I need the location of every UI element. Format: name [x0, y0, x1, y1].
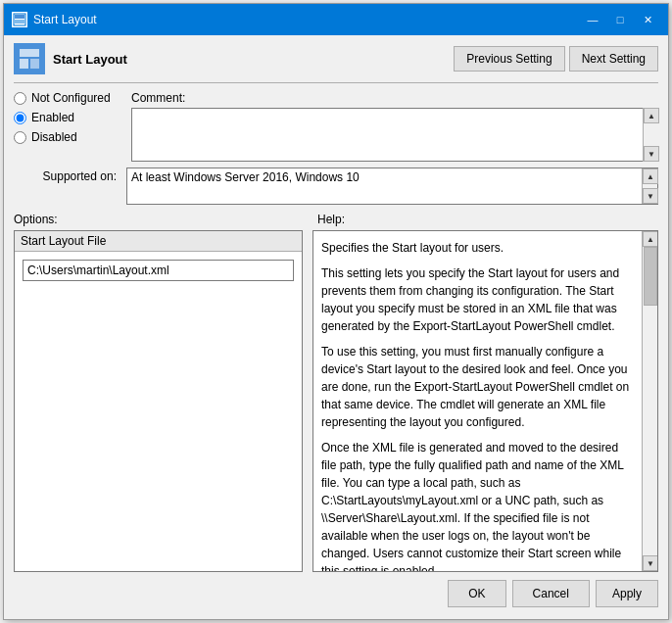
- help-para-3: Once the XML file is generated and moved…: [321, 439, 634, 571]
- supported-scrollbar: ▲ ▼: [642, 168, 657, 204]
- comment-section: Comment: ▲ ▼: [131, 91, 658, 162]
- radio-disabled[interactable]: Disabled: [14, 130, 121, 144]
- radio-enabled-label: Enabled: [31, 111, 74, 124]
- help-para-1: This setting lets you specify the Start …: [321, 264, 634, 335]
- comment-scroll-up[interactable]: ▲: [644, 108, 659, 123]
- radio-disabled-input[interactable]: [14, 131, 26, 144]
- help-para-0: Specifies the Start layout for users.: [321, 239, 634, 257]
- radio-disabled-label: Disabled: [31, 130, 77, 144]
- radio-group: Not Configured Enabled Disabled: [14, 91, 121, 162]
- apply-button[interactable]: Apply: [596, 580, 658, 607]
- supported-section: Supported on: At least Windows Server 20…: [14, 168, 658, 205]
- supported-label: Supported on:: [14, 168, 117, 183]
- radio-not-configured[interactable]: Not Configured: [14, 91, 121, 105]
- help-para-2: To use this setting, you must first manu…: [321, 343, 634, 431]
- svg-rect-6: [20, 59, 28, 69]
- help-content: Specifies the Start layout for users. Th…: [313, 231, 642, 571]
- options-panel-header: Start Layout File: [15, 231, 302, 252]
- start-layout-file-input[interactable]: [23, 260, 294, 281]
- header-icon: [14, 43, 45, 74]
- radio-enabled-input[interactable]: [14, 112, 26, 124]
- window-title: Start Layout: [33, 13, 97, 26]
- svg-rect-5: [20, 49, 39, 57]
- radio-comment-row: Not Configured Enabled Disabled Comment:: [14, 91, 658, 162]
- comment-scroll-down[interactable]: ▼: [644, 146, 659, 162]
- footer-buttons: OK Cancel Apply: [14, 580, 658, 611]
- comment-textarea-wrapper: ▲ ▼: [131, 108, 658, 162]
- window-icon: [12, 12, 27, 27]
- section-labels: Options: Help:: [14, 213, 658, 226]
- cancel-button[interactable]: Cancel: [512, 580, 590, 607]
- help-section-label: Help:: [317, 213, 345, 226]
- header-buttons: Previous Setting Next Setting: [454, 46, 658, 72]
- radio-enabled[interactable]: Enabled: [14, 111, 121, 124]
- ok-button[interactable]: OK: [448, 580, 505, 607]
- main-window: Start Layout — □ ✕ Start Layout: [3, 3, 669, 620]
- header-title: Start Layout: [53, 52, 127, 67]
- bottom-panels: Start Layout File Specifies the Start la…: [14, 230, 658, 572]
- radio-not-configured-label: Not Configured: [31, 91, 111, 105]
- help-panel: Specifies the Start layout for users. Th…: [312, 230, 658, 572]
- title-bar-controls: — □ ✕: [580, 10, 660, 29]
- svg-rect-7: [30, 59, 39, 69]
- help-scrollbar-track: [643, 247, 657, 555]
- options-section-label: Options:: [14, 213, 308, 226]
- options-panel-body: [15, 252, 302, 571]
- title-bar: Start Layout — □ ✕: [4, 4, 668, 35]
- supported-scroll-up[interactable]: ▲: [643, 168, 658, 184]
- radio-not-configured-input[interactable]: [14, 92, 26, 105]
- supported-box: At least Windows Server 2016, Windows 10…: [126, 168, 658, 205]
- options-panel: Start Layout File: [14, 230, 303, 572]
- help-scroll-up[interactable]: ▲: [643, 231, 658, 247]
- divider-top: [14, 82, 658, 83]
- close-button[interactable]: ✕: [635, 10, 660, 29]
- maximize-button[interactable]: □: [607, 10, 633, 29]
- content-area: Start Layout Previous Setting Next Setti…: [4, 35, 668, 619]
- comment-scrollbar: ▲ ▼: [643, 108, 658, 162]
- header-left: Start Layout: [14, 43, 127, 74]
- supported-scroll-down[interactable]: ▼: [643, 188, 658, 204]
- minimize-button[interactable]: —: [580, 10, 605, 29]
- help-scrollbar: ▲ ▼: [642, 231, 657, 571]
- previous-setting-button[interactable]: Previous Setting: [454, 46, 564, 72]
- comment-textarea[interactable]: [131, 108, 658, 162]
- help-scroll-down[interactable]: ▼: [643, 555, 658, 571]
- comment-label: Comment:: [131, 91, 658, 105]
- svg-rect-1: [15, 15, 24, 19]
- help-scrollbar-thumb[interactable]: [644, 247, 657, 306]
- title-bar-left: Start Layout: [12, 12, 97, 27]
- header-section: Start Layout Previous Setting Next Setti…: [14, 43, 658, 74]
- supported-value: At least Windows Server 2016, Windows 10: [131, 170, 377, 184]
- next-setting-button[interactable]: Next Setting: [569, 46, 658, 72]
